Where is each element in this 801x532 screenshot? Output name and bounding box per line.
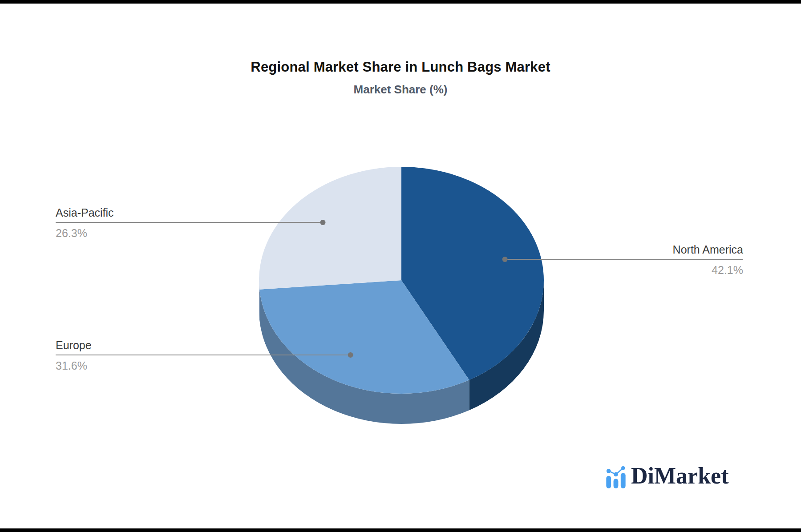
leader-dot-asia-pacific xyxy=(320,220,326,225)
slice-value-asia-pacific: 26.3% xyxy=(56,227,87,239)
leader-dot-north-america xyxy=(502,257,508,262)
leader-dot-europe xyxy=(348,352,353,358)
top-letterbox-bar xyxy=(0,0,801,4)
slice-label-north-america: North America xyxy=(673,243,743,256)
logo-text: DiMarket xyxy=(631,463,728,489)
slice-label-europe: Europe xyxy=(56,339,92,351)
pie-chart: North America42.1%Europe31.6%Asia-Pacifi… xyxy=(0,0,801,532)
chart-canvas: Regional Market Share in Lunch Bags Mark… xyxy=(0,0,801,532)
bar-chart-trend-icon xyxy=(605,466,627,489)
slice-value-europe: 31.6% xyxy=(56,359,87,372)
slice-value-north-america: 42.1% xyxy=(712,264,743,276)
slice-label-asia-pacific: Asia-Pacific xyxy=(56,206,114,219)
bottom-letterbox-bar xyxy=(0,528,801,532)
dimarket-logo: DiMarket xyxy=(605,463,748,494)
pie-slice-asia-pacific[interactable] xyxy=(259,167,401,290)
